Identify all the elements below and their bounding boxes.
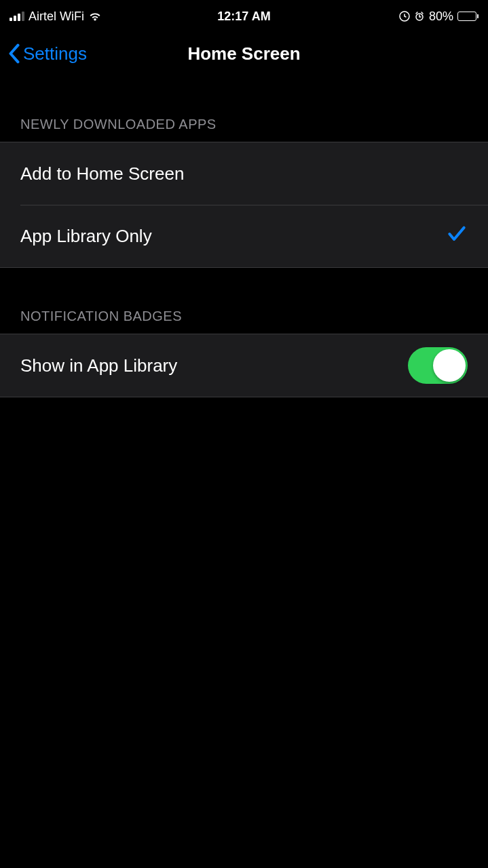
alarm-icon <box>414 11 425 22</box>
chevron-left-icon <box>8 43 20 64</box>
cell-label: Show in App Library <box>20 355 177 376</box>
section-header-notification-badges: NOTIFICATION BADGES <box>0 268 488 334</box>
row-show-in-app-library: Show in App Library <box>0 334 488 397</box>
battery-percent: 80% <box>429 9 453 24</box>
cell-label: Add to Home Screen <box>20 163 184 184</box>
option-app-library-only[interactable]: App Library Only <box>0 205 488 267</box>
carrier-label: Airtel WiFi <box>29 9 84 24</box>
page-title: Home Screen <box>187 43 300 64</box>
status-bar: Airtel WiFi 12:17 AM 80% <box>0 0 488 30</box>
checkmark-icon <box>446 223 468 250</box>
cell-group-notification-badges: Show in App Library <box>0 334 488 397</box>
cell-label: App Library Only <box>20 226 152 247</box>
content-area: NEWLY DOWNLOADED APPS Add to Home Screen… <box>0 77 488 397</box>
toggle-show-in-app-library[interactable] <box>408 347 468 384</box>
back-label: Settings <box>23 43 87 64</box>
option-add-to-home-screen[interactable]: Add to Home Screen <box>0 142 488 205</box>
back-button[interactable]: Settings <box>8 43 87 64</box>
wifi-icon <box>88 12 102 22</box>
section-header-newly-downloaded: NEWLY DOWNLOADED APPS <box>0 81 488 142</box>
status-left: Airtel WiFi <box>10 9 102 24</box>
status-right: 80% <box>399 9 478 24</box>
battery-icon <box>457 12 478 21</box>
rotation-lock-icon <box>399 11 410 22</box>
navigation-bar: Settings Home Screen <box>0 30 488 77</box>
cell-group-newly-downloaded: Add to Home Screen App Library Only <box>0 142 488 268</box>
signal-strength-icon <box>10 12 24 21</box>
toggle-knob <box>433 349 466 382</box>
status-time: 12:17 AM <box>217 9 270 24</box>
